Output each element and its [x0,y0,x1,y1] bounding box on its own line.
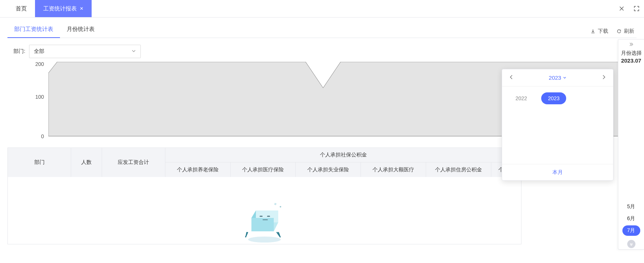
empty-state [8,177,521,244]
dept-select[interactable]: 全部 [29,45,141,58]
svg-marker-6 [251,218,274,231]
y-tick-200: 200 [25,61,44,67]
tab-month-stats-label: 月份统计表 [67,26,95,32]
year-prev-button[interactable] [507,73,515,82]
sub-col: 个人承担养老保险 [165,162,231,177]
tab-month-stats[interactable]: 月份统计表 [60,22,101,38]
col-dept: 部门 [8,148,71,177]
y-tick-100: 100 [25,94,44,100]
col-count: 人数 [71,148,102,177]
y-tick-0: 0 [25,133,44,139]
year-option[interactable]: 2022 [509,92,534,104]
tab-home[interactable]: 首页 [7,0,35,17]
col-total: 应发工资合计 [102,148,165,177]
close-panel-icon[interactable] [616,3,627,14]
svg-rect-11 [274,203,276,205]
salary-table: 部门 人数 应发工资合计 个人承担社保公积金 个人承担养老保险个人承担医疗保险个… [7,148,521,244]
year-next-button[interactable] [600,73,608,82]
chevron-down-icon [563,76,567,80]
tab-dept-salary-label: 部门工资统计表 [14,26,53,32]
chevron-down-icon [131,48,136,54]
sub-col: 个人承担住房公积金 [426,162,491,177]
tab-dept-salary[interactable]: 部门工资统计表 [7,22,60,38]
month-option[interactable]: 5月 [622,202,640,212]
sub-col: 个人承担大额医疗 [361,162,426,177]
month-sidebar: 月份选择 2023.07 1月2月3月4月5月6月7月 [618,39,644,250]
svg-rect-8 [267,216,270,217]
year-picker-current[interactable]: 2023 [549,75,566,81]
sidebar-collapse-button[interactable] [618,39,644,49]
year-picker-popover: 2023 20222023 本月 [502,69,613,181]
fullscreen-icon[interactable] [631,3,642,14]
svg-rect-9 [263,219,268,220]
app-tab-bar: 首页 工资统计报表 ✕ [0,0,644,18]
refresh-icon [616,29,622,34]
tab-home-label: 首页 [16,5,27,12]
this-month-button[interactable]: 本月 [502,164,613,180]
tab-salary-report[interactable]: 工资统计报表 ✕ [35,0,92,17]
sidebar-title: 月份选择 [618,49,644,57]
filter-row: 部门: 全部 [7,38,637,62]
dept-select-value: 全部 [34,48,44,55]
close-icon[interactable]: ✕ [80,6,83,11]
svg-point-2 [248,237,281,243]
sub-col: 个人承担医疗保险 [231,162,296,177]
svg-rect-7 [260,216,263,217]
download-button[interactable]: 下载 [590,28,608,35]
year-picker-current-label: 2023 [549,75,561,81]
month-option[interactable]: 6月 [622,213,640,224]
sidebar-current-month: 2023.07 [618,57,644,67]
sidebar-expand-button[interactable] [618,239,644,249]
col-group-personal: 个人承担社保公积金 [165,148,521,162]
empty-illustration [237,196,292,244]
dept-filter-label: 部门: [13,48,25,55]
month-option[interactable]: 7月 [622,225,640,236]
view-tabs-row: 部门工资统计表 月份统计表 下载 刷新 [7,18,637,38]
tab-salary-report-label: 工资统计报表 [43,5,77,12]
refresh-label: 刷新 [624,28,634,35]
refresh-button[interactable]: 刷新 [616,28,634,35]
svg-point-10 [280,206,281,207]
year-option[interactable]: 2023 [541,92,566,104]
this-month-label: 本月 [552,169,563,176]
download-label: 下载 [598,28,608,35]
sub-col: 个人承担失业保险 [296,162,361,177]
download-icon [590,29,596,34]
